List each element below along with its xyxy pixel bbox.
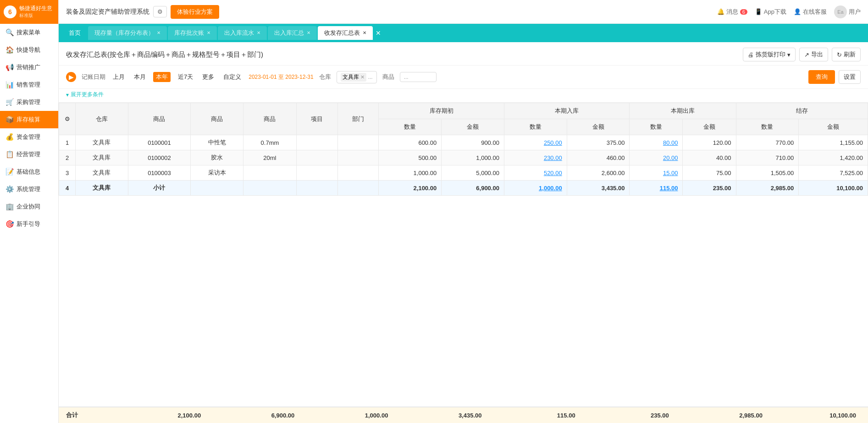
- online-service-label: 在线客服: [803, 8, 827, 16]
- sidebar-item-finance[interactable]: 💰 资金管理: [0, 128, 58, 146]
- date-custom-btn[interactable]: 自定义: [221, 72, 243, 82]
- goods-tag-container[interactable]: ...: [400, 72, 437, 82]
- sidebar-item-label: 系统管理: [17, 185, 40, 193]
- row1-in-qty[interactable]: 250.00: [504, 135, 567, 150]
- row1-warehouse: 文具库: [76, 135, 128, 150]
- settings-button[interactable]: ⚙: [153, 6, 167, 17]
- warehouse-tag-container[interactable]: 文具库 ✕ ...: [337, 71, 377, 83]
- table-in-qty-header: 数量: [504, 119, 567, 135]
- sidebar-item-sales[interactable]: 📊 销售管理: [0, 76, 58, 93]
- filter-expand-button[interactable]: ▶: [66, 72, 76, 82]
- total-close-qty: 2,985.00: [674, 412, 767, 419]
- tab-stock-dist-close[interactable]: ✕: [157, 31, 160, 35]
- tab-batch-ledger-close[interactable]: ✕: [207, 31, 210, 35]
- filter-bar: ▶ 记账日期 上月 本月 本年 近7天 更多 自定义 2023-01-01 至 …: [59, 66, 868, 89]
- table-closing-header: 结存: [736, 103, 868, 119]
- sidebar-item-marketing[interactable]: 📢 营销推广: [0, 59, 58, 76]
- total-open-qty: 2,100.00: [112, 412, 205, 419]
- subtotal-out-qty[interactable]: 115.00: [630, 181, 683, 196]
- sidebar-item-inventory[interactable]: 📦 库存核算: [0, 111, 58, 128]
- notification-label: 消息: [726, 8, 738, 16]
- table-row: 2 文具库 0100002 胶水 20ml 500.00 1,000.00 23…: [59, 150, 868, 165]
- total-in-amt: 3,435.00: [393, 412, 486, 419]
- table-in-header: 本期入库: [504, 103, 630, 119]
- row2-in-qty[interactable]: 230.00: [504, 150, 567, 165]
- table-warehouse-header: 仓库: [76, 103, 128, 135]
- sidebar-item-enterprise[interactable]: 🏢 企业协同: [0, 198, 58, 215]
- refresh-label: 刷新: [844, 50, 856, 59]
- row1-out-amt: 120.00: [683, 135, 736, 150]
- table-out-amt-header: 金额: [683, 119, 736, 135]
- export-icon: ↗: [804, 51, 809, 58]
- date-7days-btn[interactable]: 近7天: [176, 72, 195, 82]
- warehouse-tag-remove[interactable]: ✕: [360, 74, 365, 80]
- row3-out-qty[interactable]: 15.00: [630, 165, 683, 181]
- tab-recv-send-close[interactable]: ✕: [363, 31, 366, 35]
- app-download-action[interactable]: 📱 App下载: [755, 8, 786, 16]
- table-goods-code-header: 商品: [128, 103, 191, 135]
- purchase-icon: 🛒: [6, 98, 14, 106]
- tab-home[interactable]: 首页: [62, 26, 87, 40]
- guide-icon: 🎯: [6, 220, 14, 228]
- sidebar-item-label: 资金管理: [17, 133, 40, 141]
- content-area: 收发存汇总表(按仓库＋商品编码＋商品＋规格型号＋项目＋部门) 🖨 拣货版打印 ▾…: [59, 42, 868, 423]
- tab-batch-ledger[interactable]: 库存批次账 ✕: [168, 26, 217, 40]
- row2-goods-code: 0100002: [128, 150, 191, 165]
- row2-out-qty[interactable]: 20.00: [630, 150, 683, 165]
- sidebar-item-purchase[interactable]: 🛒 采购管理: [0, 93, 58, 111]
- tab-inout-summary-close[interactable]: ✕: [307, 31, 310, 35]
- print-button[interactable]: 🖨 拣货版打印 ▾: [743, 48, 796, 61]
- sidebar-item-label: 企业协同: [17, 203, 40, 211]
- export-button[interactable]: ↗ 导出: [799, 48, 828, 61]
- warehouse-more-btn[interactable]: ...: [368, 74, 373, 80]
- subtotal-no: 4: [59, 181, 76, 196]
- row3-close-amt: 7,525.00: [799, 165, 868, 181]
- row3-no: 3: [59, 165, 76, 181]
- query-button[interactable]: 查询: [808, 70, 835, 84]
- warehouse-tag: 文具库 ✕: [341, 73, 366, 82]
- row2-open-qty: 500.00: [379, 150, 442, 165]
- user-action[interactable]: Ea 用户: [834, 5, 861, 18]
- table-out-header: 本期出库: [630, 103, 736, 119]
- row1-out-qty[interactable]: 80.00: [630, 135, 683, 150]
- notification-action[interactable]: 🔔 消息 6: [717, 8, 747, 16]
- subtotal-warehouse: 文具库: [76, 181, 128, 196]
- row1-goods-name: 中性笔: [191, 135, 243, 150]
- tab-inout-flow[interactable]: 出入库流水 ✕: [218, 26, 267, 40]
- table-close-qty-header: 数量: [736, 119, 799, 135]
- table-gear-header: ⚙: [59, 103, 76, 135]
- search-icon: 🔍: [6, 28, 14, 37]
- date-more-btn[interactable]: 更多: [200, 72, 216, 82]
- subtotal-in-qty[interactable]: 1,000.00: [504, 181, 567, 196]
- total-out-amt: 235.00: [580, 412, 674, 419]
- date-last-month-btn[interactable]: 上月: [111, 72, 127, 82]
- date-this-month-btn[interactable]: 本月: [132, 72, 148, 82]
- row3-in-qty[interactable]: 520.00: [504, 165, 567, 181]
- warehouse-filter-label: 仓库: [319, 73, 331, 81]
- sidebar-item-basic-info[interactable]: 📝 基础信息: [0, 163, 58, 181]
- tab-inout-summary[interactable]: 出入库汇总 ✕: [268, 26, 317, 40]
- expand-conditions-label: 展开更多条件: [71, 91, 104, 99]
- goods-more-btn[interactable]: ...: [404, 74, 409, 80]
- sidebar-item-guide[interactable]: 🎯 新手引导: [0, 215, 58, 233]
- tab-stock-dist[interactable]: 现存量（库存分布表） ✕: [88, 26, 167, 40]
- sidebar-item-system[interactable]: ⚙️ 系统管理: [0, 181, 58, 198]
- sidebar-item-quick-nav[interactable]: 🏠 快捷导航: [0, 41, 58, 59]
- tab-inout-flow-close[interactable]: ✕: [257, 31, 260, 35]
- filter-setting-button[interactable]: 设置: [839, 70, 861, 84]
- expand-conditions-button[interactable]: ▾ 展开更多条件: [66, 91, 104, 99]
- app-download-label: App下载: [764, 8, 786, 16]
- close-all-tabs-button[interactable]: ✕: [376, 30, 381, 36]
- basic-info-icon: 📝: [6, 168, 14, 176]
- page-title: 收发存汇总表(按仓库＋商品编码＋商品＋规格型号＋项目＋部门): [66, 50, 263, 59]
- tabs-bar: 首页 现存量（库存分布表） ✕ 库存批次账 ✕ 出入库流水 ✕ 出入库汇总 ✕ …: [59, 24, 868, 42]
- try-industry-button[interactable]: 体验行业方案: [171, 5, 219, 19]
- sidebar-item-operations[interactable]: 📋 经营管理: [0, 146, 58, 163]
- refresh-button[interactable]: ↻ 刷新: [832, 48, 861, 61]
- avatar: Ea: [834, 5, 847, 18]
- date-this-year-btn[interactable]: 本年: [153, 72, 171, 82]
- sidebar-item-search[interactable]: 🔍 搜索菜单: [0, 24, 58, 41]
- table-close-amt-header: 金额: [799, 119, 868, 135]
- online-service-action[interactable]: 👤 在线客服: [794, 8, 827, 16]
- tab-recv-send-summary[interactable]: 收发存汇总表 ✕: [318, 26, 373, 40]
